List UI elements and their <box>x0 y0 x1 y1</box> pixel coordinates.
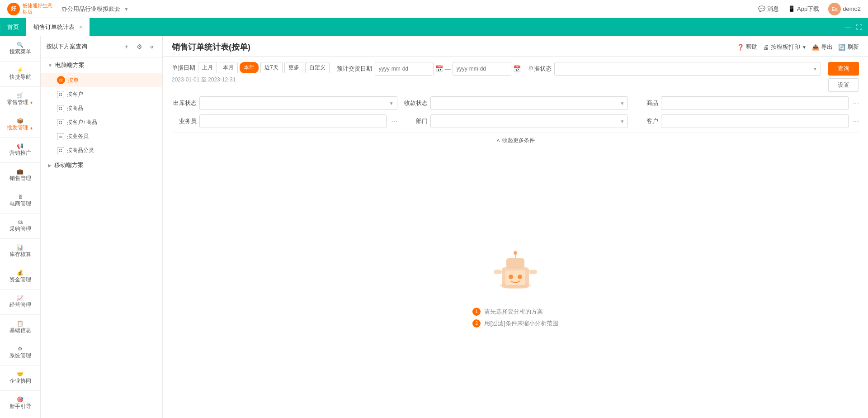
svg-rect-9 <box>61 121 62 122</box>
sidebar-item-appcenter[interactable]: 📲 应用中心 <box>0 416 40 418</box>
product-cell: 商品 ··· <box>633 96 859 110</box>
tip-item-1: 1 请先选择要分析的方案 <box>472 306 558 318</box>
left-panel-actions: + ⚙ « <box>122 42 157 52</box>
salesperson-input[interactable] <box>199 114 387 128</box>
add-scheme-btn[interactable]: + <box>122 42 132 52</box>
product-more-btn[interactable]: ··· <box>853 99 859 107</box>
scheme-by-salesperson[interactable]: 按业务员 <box>41 129 162 143</box>
tab-sales-order[interactable]: 销售订单统计表 × <box>26 18 90 36</box>
tab-home[interactable]: 首页 <box>0 18 26 36</box>
scheme-by-order[interactable]: 按 按单 <box>41 73 162 87</box>
delivery-status-select[interactable] <box>199 96 397 110</box>
tip-num-2: 2 <box>472 319 481 328</box>
dropdown-arrow-icon[interactable]: ▼ <box>124 6 129 12</box>
print-btn[interactable]: 🖨 按模板打印 ▼ <box>763 43 807 51</box>
sidebar-item-retail[interactable]: 🛒 零售管理 ▼ <box>0 87 40 112</box>
salesperson-cell: 业务员 ··· <box>172 114 397 128</box>
sidebar-item-quicknav[interactable]: ⚡ 快捷导航 <box>0 62 40 87</box>
sidebar-item-basic[interactable]: 📋 基础信息 <box>0 315 40 340</box>
page-header: 销售订单统计表(按单) ❓ 帮助 🖨 按模板打印 ▼ 📤 导出 <box>163 36 868 57</box>
filter-row-3: 业务员 ··· 部门 客户 ··· <box>172 114 859 128</box>
collapse-panel-btn[interactable]: « <box>147 42 157 52</box>
sidebar-item-ecommerce[interactable]: 🖥 电商管理 <box>0 188 40 214</box>
expand-icon-mobile: ▶ <box>48 163 52 168</box>
sidebar-item-system[interactable]: ⚙ 系统管理 <box>0 340 40 366</box>
refresh-btn[interactable]: 🔄 刷新 <box>838 43 859 51</box>
date-btn-last-month[interactable]: 上月 <box>198 62 217 73</box>
scheme-by-product-category[interactable]: 按商品分类 <box>41 143 162 157</box>
maximize-btn[interactable]: ⛶ <box>855 24 863 31</box>
expected-date-group: 预计交货日期 📅 — 📅 <box>337 62 521 76</box>
sidebar-item-finance[interactable]: 💰 资金管理 <box>0 264 40 290</box>
tip-item-2: 2 用[过滤]条件来缩小分析范围 <box>472 318 558 329</box>
sidebar-item-marketing[interactable]: 📢 营销推广 <box>0 138 40 163</box>
expected-date-start[interactable] <box>375 62 434 76</box>
expected-date-end[interactable] <box>453 62 511 76</box>
customer-more-btn[interactable]: ··· <box>853 117 859 125</box>
filter-area: 单据日期 上月 本月 本年 近7天 更多 自定义 2023-01-01 至 20… <box>163 57 868 153</box>
collapse-icon: ∧ <box>496 137 500 143</box>
sidebar-item-cooperation[interactable]: 🤝 企业协同 <box>0 366 40 391</box>
collapse-bar[interactable]: ∧ 收起更多条件 <box>172 133 859 148</box>
salesperson-more-btn[interactable]: ··· <box>391 117 397 125</box>
app-download-btn[interactable]: 📱 App下载 <box>788 5 819 13</box>
svg-point-21 <box>509 275 513 279</box>
calendar-icon-end[interactable]: 📅 <box>513 65 521 72</box>
dept-select[interactable] <box>430 114 628 128</box>
date-btn-this-month[interactable]: 本月 <box>219 62 238 73</box>
sidebar-item-inventory[interactable]: 📊 库存核算 <box>0 239 40 264</box>
top-bar-right: 💬 消息 📱 App下载 Ea demo2 <box>758 3 861 15</box>
sidebar: 🔍 搜索菜单 ⚡ 快捷导航 🛒 零售管理 ▼ 📦 批发管理 ▲ 📢 营销推广 <box>0 36 41 418</box>
date-filter-label: 单据日期 <box>172 64 195 72</box>
status-select[interactable] <box>554 62 821 76</box>
svg-rect-16 <box>59 151 60 152</box>
delivery-label: 出库状态 <box>172 99 197 107</box>
dept-cell: 部门 <box>403 114 628 128</box>
scheme-by-customer-product[interactable]: 按客户+商品 <box>41 115 162 129</box>
sidebar-item-search[interactable]: 🔍 搜索菜单 <box>0 36 40 62</box>
reset-button[interactable]: 设置 <box>828 78 859 92</box>
sidebar-item-wholesale[interactable]: 📦 批发管理 ▲ <box>0 112 40 138</box>
scheme-by-product[interactable]: 按商品 <box>41 101 162 115</box>
date-btn-7days[interactable]: 近7天 <box>260 62 283 73</box>
status-filter-group: 单据状态 <box>528 62 821 76</box>
filter-row-2: 出库状态 收款状态 商品 ··· <box>172 96 859 110</box>
date-buttons-group: 上月 本月 本年 近7天 更多 自定义 <box>198 62 330 73</box>
svg-rect-14 <box>59 149 60 150</box>
tree-section-mobile[interactable]: ▶ 移动端方案 <box>41 157 162 173</box>
sidebar-item-sales[interactable]: 💼 销售管理 <box>0 163 40 188</box>
help-icon: ❓ <box>737 44 744 51</box>
date-btn-more[interactable]: 更多 <box>284 62 303 73</box>
tab-close-icon[interactable]: × <box>79 24 82 30</box>
date-btn-this-year[interactable]: 本年 <box>240 62 259 73</box>
date-btn-custom[interactable]: 自定义 <box>305 62 330 73</box>
product-input[interactable] <box>661 96 848 110</box>
message-btn[interactable]: 💬 消息 <box>758 5 779 13</box>
right-content: 销售订单统计表(按单) ❓ 帮助 🖨 按模板打印 ▼ 📤 导出 <box>163 36 868 418</box>
svg-point-25 <box>514 251 517 255</box>
svg-rect-13 <box>59 137 62 138</box>
tree-section-desktop[interactable]: ▼ 电脑端方案 <box>41 57 162 73</box>
payment-status-select[interactable] <box>430 96 628 110</box>
top-bar: 好 畅捷通好生意 标版 办公用品行业模拟账套 ▼ 💬 消息 📱 App下载 Ea… <box>0 0 868 18</box>
page-title: 销售订单统计表(按单) <box>172 42 250 52</box>
sidebar-item-newbie[interactable]: 🎯 新手引导 <box>0 391 40 416</box>
minimize-btn[interactable]: — <box>844 24 852 31</box>
scheme-by-customer[interactable]: 按客户 <box>41 87 162 101</box>
left-panel-header: 按以下方案查询 + ⚙ « <box>41 36 162 57</box>
logo-icon: 好 <box>7 3 20 15</box>
search-button[interactable]: 查询 <box>828 62 859 76</box>
date-range-text: 2023-01-01 至 2023-12-31 <box>172 76 330 84</box>
sidebar-item-purchase[interactable]: 🛍 采购管理 <box>0 214 40 239</box>
calendar-icon-start[interactable]: 📅 <box>435 65 443 72</box>
export-btn[interactable]: 📤 导出 <box>812 43 833 51</box>
expected-date-label: 预计交货日期 <box>337 65 372 73</box>
app-download-icon: 📱 <box>788 5 795 12</box>
help-btn[interactable]: ❓ 帮助 <box>737 43 758 51</box>
settings-scheme-btn[interactable]: ⚙ <box>134 42 144 52</box>
scheme-icon-cust-prod <box>57 119 64 126</box>
customer-input[interactable] <box>661 114 848 128</box>
customer-label: 客户 <box>633 117 658 125</box>
user-area[interactable]: Ea demo2 <box>828 3 861 15</box>
sidebar-item-operations[interactable]: 📈 经营管理 <box>0 290 40 315</box>
